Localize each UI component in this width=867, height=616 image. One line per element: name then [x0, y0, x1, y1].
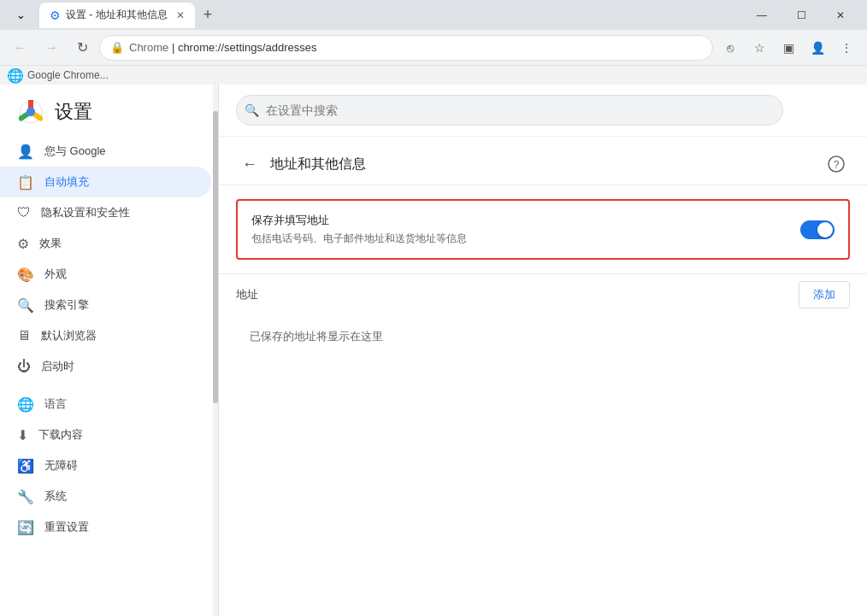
autofill-icon: 📋 — [17, 174, 34, 191]
effects-icon: ⚙ — [17, 236, 29, 252]
sidebar-item-downloads[interactable]: ⬇ 下载内容 — [0, 419, 211, 450]
search-icon: 🔍 — [245, 103, 259, 117]
back-button[interactable]: ← — [7, 34, 34, 62]
sidebar-item-appearance[interactable]: 🎨 外观 — [0, 259, 211, 290]
default-browser-icon: 🖥 — [17, 328, 31, 343]
sidebar-item-effects[interactable]: ⚙ 效果 — [0, 228, 211, 259]
close-icon — [821, 0, 860, 30]
navbar: ← → ↻ 🔒 Chrome | chrome://settings/addre… — [0, 30, 867, 66]
address-section: 地址 添加 已保存的地址将显示在这里 — [219, 273, 867, 351]
toggle-title: 保存并填写地址 — [251, 213, 467, 228]
startup-icon: ⏻ — [17, 359, 31, 374]
save-address-toggle[interactable] — [800, 220, 835, 239]
settings-title: 设置 — [55, 99, 92, 125]
bookmark-button[interactable]: ☆ — [746, 34, 773, 62]
language-icon: 🌐 — [17, 396, 34, 413]
main-search-area: 🔍 — [219, 85, 867, 137]
menu-button[interactable]: ⋮ — [833, 34, 860, 62]
sidebar-item-you-google[interactable]: 👤 您与 Google — [0, 136, 211, 167]
sidebar-item-label: 效果 — [39, 236, 62, 251]
settings-search-input[interactable] — [236, 95, 783, 126]
url-chrome: Chrome — [129, 41, 168, 54]
empty-state: 已保存的地址将显示在这里 — [219, 315, 867, 351]
sidebar-item-label: 默认浏览器 — [41, 328, 97, 343]
sidebar-item-label: 重置设置 — [44, 519, 89, 535]
page-title: 地址和其他信息 — [270, 155, 366, 173]
chevron-down-icon[interactable]: ⌄ — [7, 0, 34, 30]
sidebar-item-reset[interactable]: 🔄 重置设置 — [0, 512, 211, 543]
downloads-icon: ⬇ — [17, 427, 28, 443]
sidebar-item-default-browser[interactable]: 🖥 默认浏览器 — [0, 320, 211, 351]
sidebar-item-system[interactable]: 🔧 系统 — [0, 481, 211, 512]
sidebar-item-label: 无障碍 — [44, 458, 78, 473]
sidebar-item-label: 隐私设置和安全性 — [41, 205, 130, 220]
appearance-icon: 🎨 — [17, 267, 34, 283]
privacy-icon: 🛡 — [17, 205, 31, 220]
sidebar-item-language[interactable]: 🌐 语言 — [0, 389, 211, 419]
sidebar-item-privacy[interactable]: 🛡 隐私设置和安全性 — [0, 197, 211, 228]
chrome-settings-icon — [17, 98, 44, 126]
navbar-actions: ⎋ ☆ ▣ 👤 ⋮ — [717, 34, 860, 62]
profile-button[interactable]: 👤 — [804, 34, 831, 62]
sidebar-scroll: 👤 您与 Google 📋 自动填充 🛡 隐私设置和安全性 ⚙ 效果 🎨 外观 … — [0, 136, 218, 543]
chrome-logo-svg — [19, 100, 43, 124]
sidebar-item-label: 搜索引擎 — [44, 297, 89, 313]
reset-icon: 🔄 — [17, 519, 34, 536]
toggle-card-text: 保存并填写地址 包括电话号码、电子邮件地址和送货地址等信息 — [251, 213, 467, 246]
new-tab-button[interactable]: + — [203, 6, 213, 24]
svg-text:?: ? — [834, 159, 840, 171]
save-address-toggle-card: 保存并填写地址 包括电话号码、电子邮件地址和送货地址等信息 — [236, 199, 850, 260]
sidebar-item-label: 您与 Google — [44, 144, 106, 159]
share-button[interactable]: ⎋ — [717, 34, 744, 62]
refresh-button[interactable]: ↻ — [68, 34, 96, 62]
url-path: chrome://settings/addresses — [178, 41, 317, 54]
window-controls — [742, 0, 860, 30]
help-button[interactable]: ? — [823, 150, 850, 178]
search-engine-icon: 🔍 — [17, 297, 34, 314]
maximize-button[interactable] — [781, 0, 821, 30]
tab-settings-icon: ⚙ — [50, 9, 61, 22]
page-header: ← 地址和其他信息 ? — [219, 137, 867, 185]
sidebar-item-label: 启动时 — [41, 359, 74, 374]
sidebar-divider — [0, 382, 218, 389]
title-bar: ⌄ ⚙ 设置 - 地址和其他信息 ✕ + — [0, 0, 867, 30]
sidebar-item-search-engine[interactable]: 🔍 搜索引擎 — [0, 290, 211, 320]
loading-text: Google Chrome... — [27, 69, 109, 81]
settings-wrapper: 设置 👤 您与 Google 📋 自动填充 🛡 隐私设置和安全性 ⚙ 效果 🎨 — [0, 85, 867, 616]
main-content: 🔍 ← 地址和其他信息 ? 保存并填写地址 包括电话号码、电子邮件地址和送货地址… — [219, 85, 867, 616]
search-wrap: 🔍 — [236, 95, 783, 126]
sidebar-item-label: 下载内容 — [38, 427, 83, 443]
svg-point-2 — [27, 108, 35, 116]
tab-title: 设置 - 地址和其他信息 — [66, 8, 168, 22]
system-icon: 🔧 — [17, 489, 34, 505]
sidebar-item-label: 语言 — [44, 396, 67, 412]
toggle-desc: 包括电话号码、电子邮件地址和送货地址等信息 — [251, 232, 467, 246]
page-header-left: ← 地址和其他信息 — [236, 150, 366, 178]
scrollbar-thumb[interactable] — [213, 111, 218, 403]
sidebar-item-label: 外观 — [44, 267, 67, 282]
address-bar[interactable]: 🔒 Chrome | chrome://settings/addresses — [99, 35, 713, 61]
sidebar-item-autofill[interactable]: 📋 自动填充 — [0, 167, 211, 197]
sidebar-item-accessibility[interactable]: ♿ 无障碍 — [0, 450, 211, 481]
splitview-button[interactable]: ▣ — [775, 34, 802, 62]
tab-close-button[interactable]: ✕ — [176, 9, 185, 21]
help-icon: ? — [828, 155, 845, 173]
url-text: Chrome | chrome://settings/addresses — [129, 41, 702, 54]
loading-bar: 🌐 Google Chrome... — [0, 66, 867, 85]
you-google-icon: 👤 — [17, 144, 34, 160]
chrome-logo-icon: 🌐 — [7, 67, 24, 84]
sidebar-item-startup[interactable]: ⏻ 启动时 — [0, 351, 211, 382]
minimize-icon — [742, 0, 781, 30]
forward-button[interactable]: → — [38, 34, 65, 62]
minimize-button[interactable] — [742, 0, 781, 30]
sidebar-item-label: 系统 — [44, 489, 67, 504]
section-header: 地址 添加 — [219, 274, 867, 315]
lock-icon: 🔒 — [110, 41, 124, 54]
section-label: 地址 — [236, 287, 258, 302]
accessibility-icon: ♿ — [17, 458, 34, 474]
close-button[interactable] — [821, 0, 860, 30]
add-address-button[interactable]: 添加 — [799, 281, 850, 308]
browser-tab[interactable]: ⚙ 设置 - 地址和其他信息 ✕ — [39, 3, 195, 28]
page-back-button[interactable]: ← — [236, 150, 263, 178]
toggle-slider — [800, 220, 835, 239]
